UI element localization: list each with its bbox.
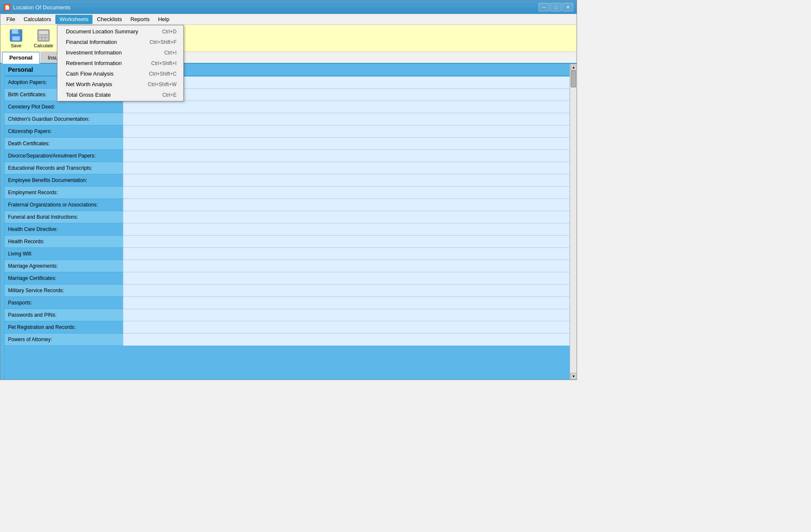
location-input[interactable] bbox=[127, 115, 566, 123]
row-location[interactable] bbox=[123, 260, 570, 272]
location-input[interactable] bbox=[127, 299, 566, 307]
save-icon bbox=[9, 29, 23, 42]
dropdown-item-cash-flow-analysis[interactable]: Cash Flow Analysis Ctrl+Shift+C bbox=[57, 68, 183, 79]
svg-rect-11 bbox=[46, 38, 48, 40]
row-location[interactable] bbox=[123, 101, 570, 113]
calculate-icon bbox=[37, 29, 50, 42]
svg-rect-2 bbox=[12, 36, 20, 41]
dropdown-item-retirement-information[interactable]: Retirement Information Ctrl+Shift+I bbox=[57, 58, 183, 68]
dropdown-shortcut-total-gross-estate: Ctrl+E bbox=[162, 92, 177, 98]
row-label: Employment Records: bbox=[5, 187, 123, 199]
maximize-button[interactable]: □ bbox=[550, 3, 561, 11]
dropdown-item-total-gross-estate[interactable]: Total Gross Estate Ctrl+E bbox=[57, 90, 183, 100]
row-location[interactable] bbox=[123, 248, 570, 260]
row-location[interactable] bbox=[123, 125, 570, 138]
scrollbar-track[interactable] bbox=[570, 71, 577, 373]
location-input[interactable] bbox=[127, 311, 566, 319]
row-label: Fraternal Organizations or Associations: bbox=[5, 199, 123, 211]
row-location[interactable] bbox=[123, 162, 570, 174]
row-location[interactable] bbox=[123, 236, 570, 248]
dropdown-item-document-location-summary[interactable]: Document Location Summary Ctrl+D bbox=[57, 26, 183, 37]
table-row: Employee Benefits Documentation: bbox=[5, 174, 570, 187]
row-location[interactable] bbox=[123, 321, 570, 334]
row-location[interactable] bbox=[123, 223, 570, 236]
row-label: Passwords and PINs: bbox=[5, 309, 123, 321]
close-button[interactable]: ✕ bbox=[562, 3, 573, 11]
calculate-button[interactable]: Calculate bbox=[28, 27, 59, 50]
location-input[interactable] bbox=[127, 286, 566, 295]
scrollbar-up-button[interactable]: ▲ bbox=[570, 64, 577, 71]
row-location[interactable] bbox=[123, 89, 570, 101]
row-location[interactable] bbox=[123, 138, 570, 150]
menu-bar: File Calculators Worksheets Checklists R… bbox=[0, 14, 577, 25]
location-input[interactable] bbox=[127, 323, 566, 331]
table-row: Fraternal Organizations or Associations: bbox=[5, 199, 570, 211]
row-location[interactable] bbox=[123, 285, 570, 297]
row-location[interactable] bbox=[123, 334, 570, 346]
location-input[interactable] bbox=[127, 225, 566, 233]
menu-calculators[interactable]: Calculators bbox=[19, 15, 55, 24]
title-bar: 📄 Location Of Documents ─ □ ✕ bbox=[0, 0, 577, 14]
svg-rect-8 bbox=[46, 35, 48, 37]
row-label: Children's Guardian Documentation: bbox=[5, 113, 123, 125]
dropdown-shortcut-financial-information: Ctrl+Shift+F bbox=[150, 39, 177, 45]
column-header-location: Location bbox=[123, 64, 570, 76]
location-input[interactable] bbox=[127, 335, 566, 344]
location-input[interactable] bbox=[127, 176, 566, 185]
dropdown-shortcut-retirement-information: Ctrl+Shift+I bbox=[151, 60, 177, 66]
location-input[interactable] bbox=[127, 237, 566, 246]
row-location[interactable] bbox=[123, 199, 570, 211]
menu-worksheets[interactable]: Worksheets bbox=[55, 15, 93, 24]
save-button[interactable]: Save bbox=[4, 27, 28, 50]
dropdown-label-total-gross-estate: Total Gross Estate bbox=[66, 92, 111, 98]
location-input[interactable] bbox=[127, 250, 566, 258]
row-location[interactable] bbox=[123, 272, 570, 285]
dropdown-label-document-location-summary: Document Location Summary bbox=[66, 28, 138, 35]
dropdown-shortcut-document-location-summary: Ctrl+D bbox=[162, 29, 177, 35]
menu-file[interactable]: File bbox=[2, 15, 19, 24]
minimize-button[interactable]: ─ bbox=[539, 3, 550, 11]
svg-rect-9 bbox=[39, 38, 41, 40]
row-location[interactable] bbox=[123, 309, 570, 321]
dropdown-item-financial-information[interactable]: Financial Information Ctrl+Shift+F bbox=[57, 37, 183, 47]
scrollbar-down-button[interactable]: ▼ bbox=[570, 373, 577, 380]
row-label: Death Certificates: bbox=[5, 138, 123, 150]
location-input[interactable] bbox=[127, 188, 566, 197]
row-location[interactable] bbox=[123, 174, 570, 187]
row-location[interactable] bbox=[123, 211, 570, 223]
svg-rect-10 bbox=[42, 38, 45, 40]
row-label: Military Service Records: bbox=[5, 285, 123, 297]
row-location[interactable] bbox=[123, 113, 570, 125]
location-input[interactable] bbox=[127, 127, 566, 136]
dropdown-item-net-worth-analysis[interactable]: Net Worth Analysis Ctrl+Shift+W bbox=[57, 79, 183, 90]
row-location[interactable] bbox=[123, 297, 570, 309]
row-location[interactable] bbox=[123, 150, 570, 162]
menu-help[interactable]: Help bbox=[154, 15, 174, 24]
scrollbar-thumb[interactable] bbox=[571, 71, 576, 87]
table-row: Marriage Certificates: bbox=[5, 272, 570, 285]
row-label: Marriage Certificates: bbox=[5, 272, 123, 285]
table-row: Funeral and Burial Instructions: bbox=[5, 211, 570, 223]
location-input[interactable] bbox=[127, 274, 566, 282]
tab-personal[interactable]: Personal bbox=[2, 52, 40, 64]
dropdown-item-investment-information[interactable]: Investment Information Ctrl+I bbox=[57, 47, 183, 58]
dropdown-shortcut-investment-information: Ctrl+I bbox=[164, 50, 177, 56]
scrollbar[interactable]: ▲ ▼ bbox=[570, 64, 577, 380]
row-location[interactable] bbox=[123, 187, 570, 199]
location-input[interactable] bbox=[127, 152, 566, 160]
menu-checklists[interactable]: Checklists bbox=[93, 15, 126, 24]
table-row: Death Certificates: bbox=[5, 138, 570, 150]
content-area[interactable]: Personal Location Adoption Papers:Birth … bbox=[5, 64, 570, 380]
row-location[interactable] bbox=[123, 76, 570, 89]
location-input[interactable] bbox=[127, 78, 566, 87]
table-row: Pet Registration and Records: bbox=[5, 321, 570, 334]
row-label: Employee Benefits Documentation: bbox=[5, 174, 123, 187]
location-input[interactable] bbox=[127, 201, 566, 209]
location-input[interactable] bbox=[127, 139, 566, 148]
location-input[interactable] bbox=[127, 213, 566, 221]
location-input[interactable] bbox=[127, 262, 566, 270]
location-input[interactable] bbox=[127, 164, 566, 172]
menu-reports[interactable]: Reports bbox=[126, 15, 154, 24]
location-input[interactable] bbox=[127, 103, 566, 111]
location-input[interactable] bbox=[127, 90, 566, 99]
